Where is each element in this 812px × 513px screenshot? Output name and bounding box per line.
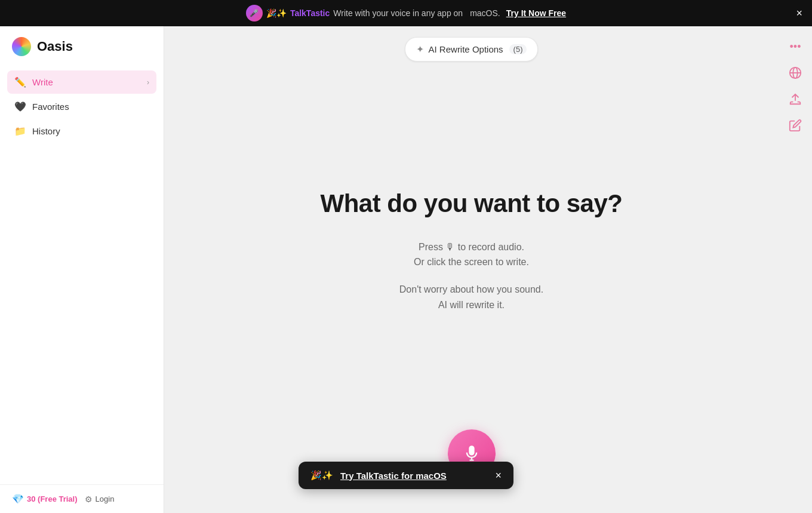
mic-icon [463,445,480,462]
sidebar-label-history: History [32,126,60,136]
share-icon [789,93,802,106]
ai-rewrite-label: AI Rewrite Options [429,44,503,54]
write-icon: ✏️ [14,76,26,88]
banner-brand: TalkTastic [290,8,330,18]
center-area: What do you want to say? Press 🎙 to reco… [296,72,646,429]
globe-button[interactable] [785,62,806,84]
sidebar-nav: ✏️ Write › 🖤 Favorites 📁 History [0,66,164,484]
history-icon: 📁 [14,125,26,137]
sidebar-footer: 💎 30 (Free Trial) ⚙ Login [0,484,164,513]
sparkle-icon: ✦ [416,44,424,55]
oasis-title: Oasis [37,39,73,54]
banner-description: Write with your voice in any app on [333,8,463,18]
edit-button[interactable] [785,115,806,136]
instructions: Press 🎙 to record audio. Or click the sc… [399,239,543,312]
instruction-line2: Or click the screen to write. [399,254,543,270]
toast-cta-link[interactable]: Try TalkTastic for macOS [340,471,447,481]
banner-emoji: 🎉✨ [266,8,287,18]
banner-cta-link[interactable]: Try It Now Free [506,8,566,18]
edit-icon [789,119,802,132]
sidebar-item-favorites[interactable]: 🖤 Favorites [7,95,156,118]
globe-icon [789,66,802,79]
more-options-button[interactable]: ••• [785,36,806,57]
credits-badge[interactable]: 💎 30 (Free Trial) [12,493,78,505]
right-sidebar: ••• [779,26,812,513]
sidebar-item-history[interactable]: 📁 History [7,119,156,143]
sidebar-label-write: Write [32,77,53,87]
login-label: Login [96,494,115,503]
sidebar-item-write[interactable]: ✏️ Write › [7,70,156,94]
toast-close-button[interactable]: × [495,470,502,481]
oasis-logo-icon [12,37,31,56]
ai-rewrite-count: (5) [509,44,527,54]
credits-label: 30 (Free Trial) [27,494,78,503]
gem-icon: 💎 [12,493,24,505]
note-line1: Don't worry about how you sound. [399,282,543,297]
main-content[interactable]: ✦ AI Rewrite Options (5) What do you wan… [164,26,779,513]
instruction-line1: Press 🎙 to record audio. [399,239,543,255]
sidebar-header: Oasis [0,26,164,66]
main-question: What do you want to say? [320,189,622,218]
sidebar: Oasis ✏️ Write › 🖤 Favorites 📁 History 💎… [0,26,164,513]
top-banner: 🎤 🎉✨ TalkTastic Write with your voice in… [0,0,812,26]
note-line2: AI will rewrite it. [399,297,543,313]
more-icon: ••• [790,41,801,53]
banner-close-button[interactable]: × [796,8,802,19]
banner-avatar: 🎤 [246,5,263,21]
ai-rewrite-button[interactable]: ✦ AI Rewrite Options (5) [405,37,539,62]
toast-text: Try TalkTastic for macOS [340,471,488,481]
favorites-icon: 🖤 [14,101,26,112]
share-button[interactable] [785,88,806,110]
toast-notification: 🎉✨ Try TalkTastic for macOS × [299,462,513,489]
sidebar-label-favorites: Favorites [32,102,69,112]
banner-platform: macOS. [470,8,500,18]
write-chevron-icon: › [147,78,149,87]
gear-icon: ⚙ [85,494,93,504]
content-toolbar: ✦ AI Rewrite Options (5) [164,26,779,72]
toast-emoji: 🎉✨ [310,470,333,481]
login-button[interactable]: ⚙ Login [85,494,115,504]
